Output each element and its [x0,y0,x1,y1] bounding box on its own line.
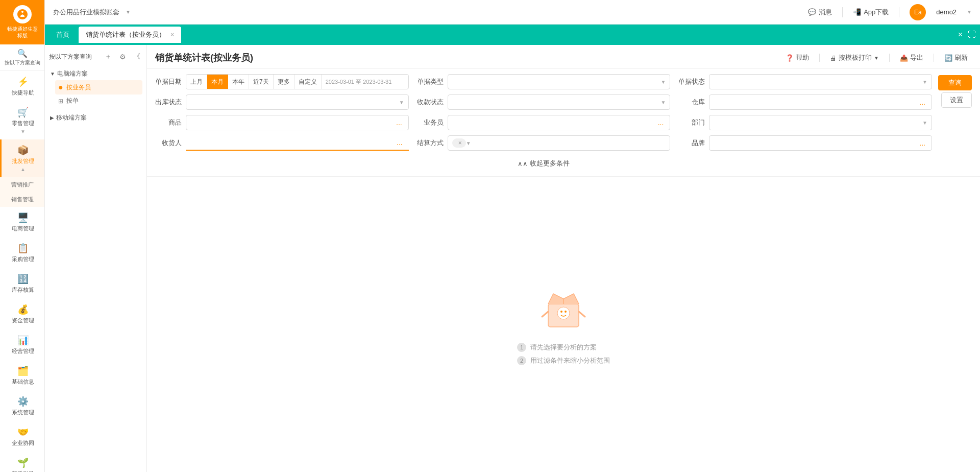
panel-add-btn[interactable]: ＋ [103,51,114,62]
panel-header: 按以下方案查询 ＋ ⚙ 《 [49,51,142,62]
receiver-control[interactable]: ... [186,135,409,151]
export-btn[interactable]: 📤 导出 [896,51,927,64]
warehouse-ellipsis-btn[interactable]: ... [917,98,927,106]
system-icon: ⚙️ [17,396,29,407]
query-btn[interactable]: 查询 [938,75,972,90]
sidebar-item-inventory[interactable]: 🔢 库存核算 [0,268,44,299]
username-label[interactable]: demo2 [936,8,957,16]
salesperson-ellipsis-btn[interactable]: ... [656,119,666,127]
tab-home-label: 首页 [56,30,69,39]
section-mobile-header[interactable]: ▶ 移动端方案 [49,111,142,124]
doctype-control[interactable]: ▼ [448,74,671,89]
date-btn-thismonth[interactable]: 本月 [207,75,228,89]
outstatus-control[interactable]: ▼ [186,95,409,110]
print-icon: 🖨 [830,54,837,62]
outstatus-dropdown-icon: ▼ [399,100,404,105]
message-label: 消息 [819,8,832,17]
print-arrow: ▼ [874,55,879,61]
section-arrow-down: ▼ [50,71,55,77]
salesperson-item-icon: ● [58,83,63,92]
app-download-action[interactable]: 📲 App下载 [853,8,889,17]
brand-control[interactable]: ... [709,135,932,151]
sidebar-item-purchase[interactable]: 📋 采购管理 [0,238,44,268]
quicknav-label: 快捷导航 [12,89,34,97]
svg-line-5 [579,312,585,317]
sidebar-item-quicknav[interactable]: ⚡ 快捷导航 [0,71,44,102]
settle-control[interactable]: × ▼ [448,135,671,151]
print-btn[interactable]: 🖨 按模板打印 ▼ [826,51,883,64]
inventory-icon: 🔢 [17,273,29,285]
receiver-ellipsis-btn[interactable]: ... [395,138,405,147]
collapse-icon: 《 [133,52,140,61]
action-sep-2 [889,54,890,62]
docstatus-dropdown-icon: ▼ [922,79,927,85]
sidebar-item-system[interactable]: ⚙️ 系统管理 [0,391,44,421]
panel-header-actions: ＋ ⚙ 《 [103,51,142,62]
app-logo[interactable]: 畅捷通好生意 标版 [0,0,45,44]
brand-ellipsis-btn[interactable]: ... [917,139,927,147]
empty-illustration [538,284,589,335]
help-btn[interactable]: ❓ 帮助 [781,51,813,64]
tab-close-icon[interactable]: × [170,31,174,38]
section-desktop-items: ● 按业务员 ⊞ 按单 [49,80,142,107]
panel-item-salesperson[interactable]: ● 按业务员 [55,80,142,95]
panel-settings-btn[interactable]: ⚙ [117,51,128,62]
sidebar-item-ecommerce[interactable]: 🖥️ 电商管理 [0,207,44,238]
outstatus-label: 出库状态 [155,98,182,107]
data-area: 1 请先选择要分析的方案 2 用过滤条件来缩小分析范围 [147,177,980,472]
search-nav-item[interactable]: 🔍 按以下方案查询 [0,44,44,71]
settle-tag: × [452,138,466,148]
action-sep-1 [819,54,820,62]
panel-item-bysingle[interactable]: ⊞ 按单 [55,95,142,107]
right-content: 销货单统计表(按业务员) ❓ 帮助 🖨 按模板打印 ▼ 📤 [147,45,980,472]
message-action[interactable]: 💬 消息 [808,8,832,17]
date-btn-custom[interactable]: 自定义 [295,75,322,89]
panel-collapse-btn[interactable]: 《 [131,51,142,62]
operations-label: 经营管理 [12,347,34,355]
sidebar-item-retail[interactable]: 🛒 零售管理 ▼ [0,102,44,139]
sidebar-item-sales[interactable]: 销售管理 [0,192,44,207]
tab-home[interactable]: 首页 [49,27,77,43]
finance-icon: 💰 [17,304,29,315]
app-subtitle: 标版 [17,32,28,39]
section-desktop-header[interactable]: ▼ 电脑端方案 [49,67,142,80]
settings-btn[interactable]: 设置 [941,92,972,108]
date-btn-lastmonth[interactable]: 上月 [186,75,207,89]
export-label: 导出 [910,53,923,62]
sidebar-item-marketing[interactable]: 营销推广 [0,177,44,192]
retail-label: 零售管理 [12,120,34,127]
date-btn-more[interactable]: 更多 [274,75,295,89]
query-label: 查询 [948,78,962,87]
sidebar-item-wholesale[interactable]: 📦 批发管理 ▲ [0,139,44,177]
receiptstatus-control[interactable]: ▼ [448,95,671,110]
sidebar-item-operations[interactable]: 📊 经营管理 [0,329,44,360]
salesperson-control[interactable]: ... [448,115,671,130]
sidebar-item-enterprise[interactable]: 🤝 企业协同 [0,421,44,452]
bysingle-label: 按单 [66,97,79,105]
topbar-divider-2 [899,7,899,17]
warehouse-control[interactable]: ... [709,95,932,110]
date-btn-7days[interactable]: 近7天 [249,75,274,89]
user-dropdown-icon[interactable]: ▼ [967,9,972,15]
refresh-btn[interactable]: 🔄 刷新 [940,51,972,64]
docstatus-control[interactable]: ▼ [709,74,932,89]
wholesale-arrow: ▲ [20,167,26,172]
topbar-dropdown-icon[interactable]: ▼ [126,9,131,15]
date-btn-thisyear[interactable]: 本年 [228,75,249,89]
sidebar-item-newbie[interactable]: 🌱 新手引导 [0,452,44,472]
receiver-label: 收货人 [155,138,182,148]
section-desktop-label: 电脑端方案 [57,69,88,78]
goods-control[interactable]: ... [186,115,409,130]
maximize-icon[interactable]: ⛶ [968,30,976,39]
sidebar-item-finance[interactable]: 💰 资金管理 [0,299,44,329]
avatar-text: Ea [914,9,922,16]
settle-tag-close[interactable]: × [458,139,462,147]
logo-icon [13,5,32,23]
department-control[interactable]: ▼ [709,115,932,130]
close-page-icon[interactable]: × [958,30,963,39]
tab-sales-stat[interactable]: 销货单统计表（按业务员） × [79,27,181,43]
avatar[interactable]: Ea [910,4,926,20]
goods-ellipsis-btn[interactable]: ... [394,119,404,127]
sidebar-item-basic[interactable]: 🗂️ 基础信息 [0,360,44,391]
collapse-more-btn[interactable]: ∧∧ 收起更多条件 [155,156,932,171]
